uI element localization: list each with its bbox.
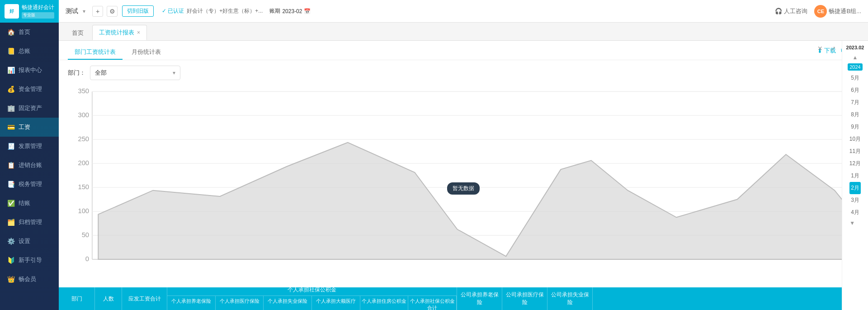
panel-down-nav[interactable]: ▼ [848,219,857,228]
table-col-公司承担医疗保险: 公司承担医疗保险 [502,287,547,310]
month-8月[interactable]: 8月 [848,109,862,121]
sidebar-logo: 好 畅捷通好会计 专业版 [0,0,59,23]
month-6月[interactable]: 6月 [848,84,862,96]
sidebar-item-salary[interactable]: 💳工资 [0,118,59,137]
logo-icon: 好 [5,4,19,19]
settings-button[interactable]: ⚙ [107,6,118,17]
header-arrow-icon: ▾ [83,8,85,14]
panel-date: 2023.02 [845,43,865,52]
chart-svg: 0 50 100 150 200 250 300 350 [68,86,859,277]
header-period: 账期 2023-02 📅 [269,7,311,15]
sidebar-item-sales[interactable]: 📋进销台账 [0,156,59,175]
switch-old-button[interactable]: 切到旧版 [122,5,154,17]
close-panel-button[interactable]: ✕ [815,43,826,54]
svg-text:300: 300 [78,111,89,119]
sidebar-item-funds[interactable]: 💰资金管理 [0,80,59,99]
status-tags: 好会计（专）+好生意（标）+... [187,7,263,15]
svg-text:200: 200 [78,159,89,167]
filter-row: 部门： 全部 ▾ [59,60,868,86]
sidebar-item-label: 工资 [19,123,30,131]
year-badge: 2024 [848,63,862,71]
vip-icon: 👑 [7,276,15,283]
svg-text:150: 150 [78,183,89,191]
consult-button[interactable]: 🎧 人工咨询 [775,7,807,15]
guide-icon: 🔰 [7,257,15,264]
chart-area: 0 50 100 150 200 250 300 350 暂无数据 [59,86,868,287]
sidebar-item-closing[interactable]: ✅结账 [0,194,59,213]
chevron-down-icon: ▾ [173,70,175,76]
sidebar-item-label: 发票管理 [19,142,42,150]
month-2月[interactable]: 2月 [849,182,860,194]
sidebar-item-settings[interactable]: ⚙️设置 [0,232,59,251]
dept-filter-value: 全部 [95,69,107,77]
sidebar-item-ledger[interactable]: 📒总账 [0,42,59,61]
tab-label: 工资统计报表 [99,29,134,37]
table-sub-个人承担住房公积金: 个人承担住房公积金 [360,296,409,310]
month-7月[interactable]: 7月 [848,96,862,109]
header-right: 🎧 人工咨询 CE 畅捷通B组... [775,5,861,18]
sidebar-item-guide[interactable]: 🔰新手引导 [0,251,59,270]
tab-salary-report[interactable]: 工资统计报表× [92,25,147,40]
month-4月[interactable]: 4月 [848,206,862,219]
sub-tab-dept[interactable]: 部门工资统计表 [68,45,123,60]
sidebar-item-tax[interactable]: 📑税务管理 [0,175,59,194]
sidebar-item-invoice[interactable]: 🧾发票管理 [0,137,59,156]
svg-text:100: 100 [78,207,89,215]
reports-icon: 📊 [7,67,15,74]
invoice-icon: 🧾 [7,143,15,150]
header-status: ✓ 已认证 好会计（专）+好生意（标）+... [162,7,263,15]
month-9月[interactable]: 9月 [848,121,862,133]
panel-up-nav[interactable]: ▲ [851,53,860,62]
svg-text:350: 350 [78,87,89,95]
month-1月[interactable]: 1月 [848,170,862,182]
month-5月[interactable]: 5月 [848,72,862,84]
chart-container: 0 50 100 150 200 250 300 350 暂无数据 [68,86,859,287]
chart-tooltip: 暂无数据 [447,182,480,195]
user-menu[interactable]: CE 畅捷通B组... [814,5,861,18]
add-button[interactable]: + [92,6,103,17]
headset-icon: 🎧 [775,8,782,14]
sidebar-item-archive[interactable]: 🗂️归档管理 [0,213,59,232]
dept-filter-select[interactable]: 全部 ▾ [90,66,180,80]
main-area: 测试 ▾ + ⚙ 切到旧版 ✓ 已认证 好会计（专）+好生意（标）+... 账期… [59,0,868,310]
table-sub-个人承担医疗保险: 个人承担医疗保险 [216,296,264,310]
tab-close-icon[interactable]: × [137,29,140,36]
table-col-公司承担失业保险: 公司承担失业保险 [547,287,593,310]
avatar: CE [814,5,827,18]
sidebar-item-label: 归档管理 [19,218,42,226]
expand-panel-button[interactable]: ⤢ [828,43,839,54]
sidebar-item-label: 结账 [19,199,30,207]
sidebar-item-label: 报表中心 [19,66,42,74]
sidebar-item-reports[interactable]: 📊报表中心 [0,61,59,80]
sidebar-item-label: 新手引导 [19,256,42,264]
sidebar-item-label: 设置 [19,237,30,245]
sidebar-item-home[interactable]: 🏠首页 [0,23,59,42]
month-11月[interactable]: 11月 [848,145,862,157]
table-col-人数: 人数 [95,287,122,310]
sidebar-item-vip[interactable]: 👑畅会员 [0,270,59,289]
certified-status: ✓ 已认证 [162,7,184,15]
month-12月[interactable]: 12月 [848,157,862,170]
sidebar-item-label: 首页 [19,28,30,36]
chart-area-fill [98,143,847,259]
sidebar-item-label: 固定资产 [19,104,42,112]
home-icon: 🏠 [7,29,15,36]
panel-controls: ✕ ⤢ [815,43,839,54]
calendar-icon[interactable]: 📅 [304,8,311,14]
month-10月[interactable]: 10月 [848,133,862,145]
sub-tab-monthly[interactable]: 月份统计表 [125,45,168,60]
sidebar-item-assets[interactable]: 🏢固定资产 [0,99,59,118]
header-title: 测试 [66,7,78,15]
sidebar-item-label: 畅会员 [19,275,36,283]
tab-home[interactable]: 首页 [66,26,90,40]
right-date-panel: 2023.02 ▲ 20245月6月7月8月9月10月11月12月1月2月3月4… [842,41,868,310]
month-3月[interactable]: 3月 [848,194,862,206]
ledger-icon: 📒 [7,48,15,55]
sidebar: 好 畅捷通好会计 专业版 🏠首页📒总账📊报表中心💰资金管理🏢固定资产💳工资🧾发票… [0,0,59,310]
table-sub-个人承担大额医疗: 个人承担大额医疗 [312,296,360,310]
svg-text:0: 0 [85,255,89,262]
logo-text: 畅捷通好会计 专业版 [22,4,54,18]
sales-icon: 📋 [7,162,15,169]
tax-icon: 📑 [7,181,15,188]
svg-text:250: 250 [78,135,89,143]
